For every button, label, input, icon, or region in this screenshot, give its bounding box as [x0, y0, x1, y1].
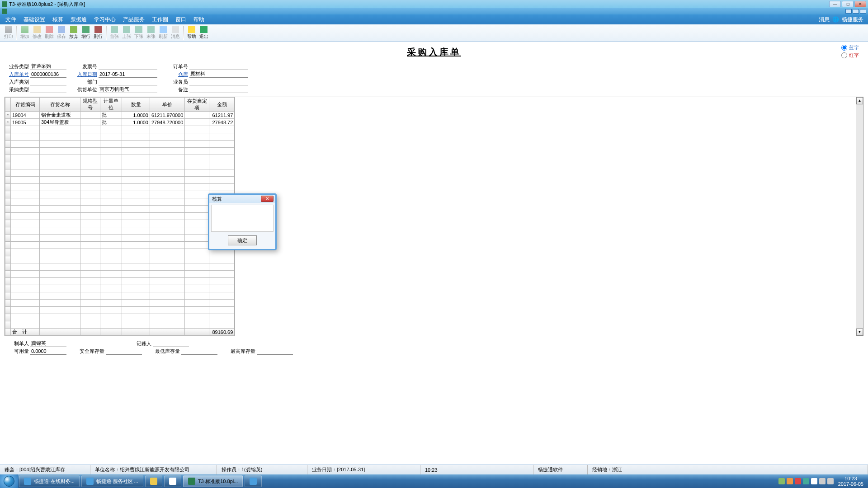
tb-next[interactable]: 下张 [133, 25, 145, 41]
table-row[interactable] [5, 278, 235, 285]
grid-header[interactable]: 单价 [150, 98, 185, 112]
tray-volume-icon[interactable] [819, 478, 826, 484]
in-no-label[interactable]: 入库单号 [5, 71, 29, 78]
table-row[interactable] [5, 155, 235, 162]
min-input[interactable] [181, 347, 217, 355]
table-row[interactable] [5, 184, 235, 191]
grid-header[interactable]: 计量单位 [100, 98, 122, 112]
tb-abandon[interactable]: 放弃 [68, 25, 80, 41]
tray-icon-3[interactable] [795, 478, 801, 484]
grid-header[interactable]: 存货编码 [11, 98, 40, 112]
order-no-input[interactable] [189, 63, 248, 70]
table-row[interactable] [5, 242, 235, 249]
menu-learn[interactable]: 学习中心 [90, 16, 119, 23]
tray-flag-icon[interactable] [811, 478, 817, 484]
grid[interactable]: 存货编码存货名称规格型号计量单位数量单价存货自定项金额*19004铝合金走道板批… [5, 97, 235, 336]
table-row[interactable] [5, 256, 235, 263]
grid-header[interactable]: 规格型号 [80, 98, 100, 112]
table-row[interactable] [5, 133, 235, 141]
table-row[interactable] [5, 314, 235, 321]
table-row[interactable] [5, 235, 235, 242]
tb-delrow[interactable]: 删行 [92, 25, 104, 41]
task-item-ie1[interactable]: 畅捷通-在线财务... [19, 475, 80, 487]
tb-save[interactable]: 保存 [56, 25, 67, 41]
mdi-minimize-button[interactable] [845, 9, 852, 14]
table-row[interactable] [5, 162, 235, 169]
tray-clock[interactable]: 10:23 2017-06-05 [835, 476, 866, 487]
mdi-close-button[interactable] [860, 9, 866, 14]
task-item-app[interactable] [164, 475, 181, 487]
radio-blue[interactable]: 蓝字 [841, 44, 859, 51]
table-row[interactable] [5, 227, 235, 235]
table-row[interactable] [5, 213, 235, 220]
dialog-close-button[interactable]: ✕ [261, 196, 274, 202]
tb-add[interactable]: 增加 [19, 25, 31, 41]
table-row[interactable] [5, 292, 235, 300]
biz-type-input[interactable] [30, 63, 66, 70]
warehouse-label[interactable]: 仓库 [164, 71, 188, 78]
dialog-titlebar[interactable]: 核算 ✕ [209, 195, 275, 203]
table-row[interactable] [5, 191, 235, 198]
invoice-no-input[interactable] [99, 63, 157, 70]
tray-network-icon[interactable] [827, 478, 834, 484]
tb-help[interactable]: 帮助 [186, 25, 198, 41]
warehouse-input[interactable] [189, 70, 248, 78]
dept-input[interactable] [99, 78, 157, 85]
maker-input[interactable] [30, 340, 66, 347]
sales-input[interactable] [189, 78, 248, 85]
table-row[interactable] [5, 148, 235, 155]
menu-help[interactable]: 帮助 [190, 16, 208, 23]
start-button[interactable] [0, 474, 18, 488]
maximize-button[interactable]: ◻ [842, 1, 854, 7]
table-row[interactable] [5, 177, 235, 184]
menu-messages[interactable]: 消息 [816, 16, 832, 23]
tb-refresh[interactable]: 刷新 [157, 25, 169, 41]
table-row[interactable] [5, 249, 235, 256]
supplier-input[interactable] [99, 86, 157, 93]
tray-icon-4[interactable] [803, 478, 809, 484]
grid-header[interactable]: 数量 [122, 98, 150, 112]
tb-delete[interactable]: 删除 [43, 25, 55, 41]
task-item-explorer[interactable] [145, 475, 162, 487]
max-input[interactable] [257, 347, 293, 355]
remark-input[interactable] [189, 86, 248, 93]
table-row[interactable]: *19005304屋脊盖板批1.000027948.72000027948.72 [5, 119, 235, 126]
task-item-ie2[interactable]: 畅捷通-服务社区 ... [81, 475, 143, 487]
table-row[interactable] [5, 169, 235, 177]
close-button[interactable]: ✕ [854, 1, 866, 7]
tb-msg[interactable]: 消息 [170, 25, 181, 41]
tray-icon-2[interactable] [787, 478, 793, 484]
task-item-t3[interactable]: T3-标准版10.8pl... [183, 475, 243, 487]
table-row[interactable] [5, 206, 235, 213]
tb-addrow[interactable]: 增行 [80, 25, 92, 41]
tb-prev[interactable]: 上张 [121, 25, 132, 41]
table-row[interactable]: *19004铝合金走道板批1.000061211.97000061211.97 [5, 112, 235, 119]
scroll-up-button[interactable]: ▲ [856, 97, 863, 104]
menu-bill[interactable]: 票据通 [67, 16, 90, 23]
menu-service[interactable]: 畅捷服务 [839, 16, 866, 23]
table-row[interactable] [5, 285, 235, 292]
menu-workgroup[interactable]: 工作圈 [148, 16, 172, 23]
grid-header[interactable]: 存货名称 [40, 98, 80, 112]
tray-icon-1[interactable] [778, 478, 785, 484]
radio-blue-input[interactable] [841, 45, 847, 51]
in-date-label[interactable]: 入库日期 [73, 71, 97, 78]
table-row[interactable] [5, 307, 235, 314]
grid-header[interactable]: 存货自定项 [185, 98, 209, 112]
menu-window[interactable]: 窗口 [172, 16, 190, 23]
tb-edit[interactable]: 修改 [31, 25, 43, 41]
table-row[interactable] [5, 126, 235, 133]
radio-red[interactable]: 红字 [841, 52, 859, 59]
menu-basic[interactable]: 基础设置 [20, 16, 49, 23]
table-row[interactable] [5, 263, 235, 271]
menu-product[interactable]: 产品服务 [119, 16, 148, 23]
dialog-ok-button[interactable]: 确定 [228, 235, 257, 245]
menu-file[interactable]: 文件 [2, 16, 20, 23]
table-row[interactable] [5, 141, 235, 148]
in-no-input[interactable] [30, 70, 66, 78]
radio-red-input[interactable] [841, 52, 847, 58]
avail-input[interactable] [30, 347, 66, 355]
tb-exit[interactable]: 退出 [198, 25, 210, 41]
table-row[interactable] [5, 271, 235, 278]
grid-scrollbar[interactable]: ▲ ▼ [856, 97, 863, 336]
